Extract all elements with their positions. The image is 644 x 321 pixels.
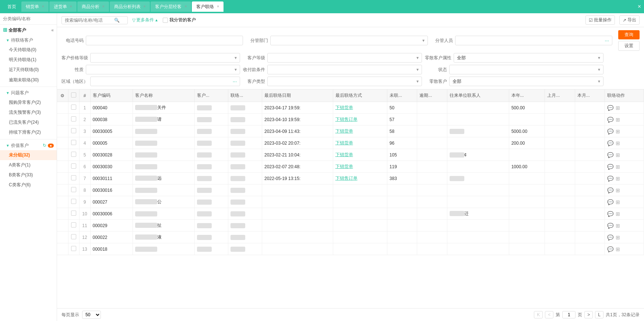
last-type-link[interactable]: 下销货单: [335, 152, 353, 157]
chat-icon[interactable]: 💬: [607, 199, 613, 205]
qr-icon[interactable]: ⊞: [616, 246, 620, 252]
sidebar-item-warning[interactable]: 流失预警客户(3): [0, 107, 57, 117]
last-type-link[interactable]: 下销货单: [335, 140, 353, 145]
chat-icon[interactable]: 💬: [607, 105, 613, 111]
chat-icon[interactable]: 💬: [607, 211, 613, 217]
qr-icon[interactable]: ⊞: [616, 152, 620, 158]
tab-sale[interactable]: 销货单 ×: [21, 1, 49, 12]
chat-icon[interactable]: 💬: [607, 246, 613, 252]
customer-type-select[interactable]: ▾: [267, 77, 422, 86]
row-checkbox-cell[interactable]: [68, 114, 79, 126]
group-value-customers[interactable]: ▼ 价值客户 ↻ ●: [0, 141, 57, 150]
last-type-link[interactable]: 下销货单: [335, 128, 353, 134]
search-icon[interactable]: 🔍: [114, 18, 120, 23]
qr-icon[interactable]: ⊞: [616, 164, 620, 170]
row-checkbox-cell[interactable]: [68, 220, 79, 232]
reset-btn[interactable]: 设置: [618, 41, 640, 51]
scatter-select[interactable]: 全部 ▾: [449, 77, 603, 86]
chat-icon[interactable]: 💬: [607, 128, 613, 134]
chat-icon[interactable]: 💬: [607, 117, 613, 123]
row-checkbox[interactable]: [71, 140, 76, 145]
region-more-icon[interactable]: ···: [233, 78, 237, 84]
search-input[interactable]: [65, 18, 113, 23]
scatter-attr-select[interactable]: 全部 ▾: [454, 53, 603, 63]
close-goods-analysis-icon[interactable]: ×: [102, 1, 105, 12]
chat-icon[interactable]: 💬: [607, 164, 613, 170]
sidebar-item-7days[interactable]: 近7天待联络(0): [0, 65, 57, 75]
manager-select[interactable]: ···: [455, 36, 612, 45]
col-checkbox-all[interactable]: [68, 89, 79, 102]
per-page-select[interactable]: 50 100: [82, 311, 101, 319]
qr-icon[interactable]: ⊞: [616, 117, 620, 123]
sidebar-item-overdue[interactable]: 逾期未联络(30): [0, 75, 57, 85]
sidebar-item-ungroup[interactable]: 未分组(32): [0, 150, 57, 160]
sidebar-search-input[interactable]: [3, 16, 57, 21]
sidebar-item-class-a[interactable]: A类客户(1): [0, 160, 57, 170]
qr-icon[interactable]: ⊞: [616, 128, 620, 134]
chat-icon[interactable]: 💬: [607, 223, 613, 229]
row-checkbox-cell[interactable]: [68, 149, 79, 161]
row-checkbox-cell[interactable]: [68, 196, 79, 208]
sidebar-item-tomorrow[interactable]: 明天待联络(1): [0, 55, 57, 65]
qr-icon[interactable]: ⊞: [616, 234, 620, 240]
page-num-input[interactable]: [562, 311, 576, 318]
close-sale-icon[interactable]: ×: [42, 1, 44, 12]
batch-op-btn[interactable]: ☑ 批量操作: [585, 15, 615, 25]
chat-icon[interactable]: 💬: [607, 234, 613, 240]
payment-select[interactable]: ▾: [267, 65, 422, 74]
qr-icon[interactable]: ⊞: [616, 140, 620, 146]
dept-select[interactable]: ▾: [270, 36, 427, 45]
export-btn[interactable]: ↗ 导出: [619, 15, 640, 25]
row-checkbox-cell[interactable]: [68, 243, 79, 255]
region-select[interactable]: ···: [90, 77, 240, 86]
tab-goods-list[interactable]: 商品分析列表 ×: [110, 1, 150, 12]
chat-icon[interactable]: 💬: [607, 176, 613, 181]
close-customer-contact-icon[interactable]: ×: [217, 1, 219, 12]
row-checkbox[interactable]: [71, 187, 76, 192]
row-checkbox[interactable]: [71, 105, 76, 110]
last-type-link[interactable]: 下销货单: [335, 164, 353, 169]
last-page-btn[interactable]: L: [595, 311, 603, 318]
filter-more-btn[interactable]: ▽ 更多条件 ▲: [132, 17, 158, 23]
refresh-icon[interactable]: ↻: [43, 143, 46, 148]
qr-icon[interactable]: ⊞: [616, 223, 620, 229]
row-checkbox-cell[interactable]: [68, 208, 79, 220]
group-pending-contact[interactable]: ▼ 待联络客户: [0, 36, 57, 45]
global-close-icon[interactable]: ×: [638, 3, 641, 10]
checkbox-all[interactable]: [71, 92, 76, 98]
row-checkbox-cell[interactable]: [68, 184, 79, 196]
row-checkbox[interactable]: [71, 163, 76, 169]
next-page-btn[interactable]: >: [584, 311, 593, 318]
last-type-link[interactable]: 下销货单: [335, 105, 353, 110]
row-checkbox-cell[interactable]: [68, 102, 79, 114]
close-goods-list-icon[interactable]: ×: [144, 1, 146, 12]
sidebar-item-abnormal[interactable]: 囤购异常客户(2): [0, 98, 57, 107]
row-checkbox[interactable]: [71, 222, 76, 227]
manager-more-icon[interactable]: ···: [605, 38, 609, 43]
qr-icon[interactable]: ⊞: [616, 211, 620, 217]
customer-level-select[interactable]: ▾: [267, 53, 422, 63]
prev-page-btn[interactable]: <: [545, 311, 553, 318]
phone-input[interactable]: [86, 36, 243, 45]
close-purchase-icon[interactable]: ×: [70, 1, 72, 12]
row-checkbox[interactable]: [71, 116, 76, 121]
first-page-btn[interactable]: K: [534, 311, 543, 318]
settings-icon[interactable]: ⚙: [60, 93, 64, 98]
sidebar-item-class-b[interactable]: B类客户(33): [0, 170, 57, 180]
sidebar-collapse-icon[interactable]: «: [51, 28, 54, 33]
last-type-link[interactable]: 下销售订单: [335, 117, 358, 122]
row-checkbox[interactable]: [71, 199, 76, 204]
chat-icon[interactable]: 💬: [607, 187, 613, 193]
close-customer-tier-icon[interactable]: ×: [184, 1, 187, 12]
status-select[interactable]: ▾: [449, 65, 603, 74]
row-checkbox-cell[interactable]: [68, 137, 79, 149]
tab-customer-tier[interactable]: 客户分层经客 ×: [151, 1, 191, 12]
qr-icon[interactable]: ⊞: [616, 187, 620, 193]
query-btn[interactable]: 查询: [618, 30, 640, 39]
col-settings[interactable]: ⚙: [57, 89, 68, 102]
sidebar-item-today[interactable]: 今天待联络(0): [0, 45, 57, 55]
chat-icon[interactable]: 💬: [607, 152, 613, 158]
row-checkbox[interactable]: [71, 152, 76, 157]
qr-icon[interactable]: ⊞: [616, 105, 620, 111]
group-problem-customers[interactable]: ▼ 问题客户: [0, 88, 57, 98]
